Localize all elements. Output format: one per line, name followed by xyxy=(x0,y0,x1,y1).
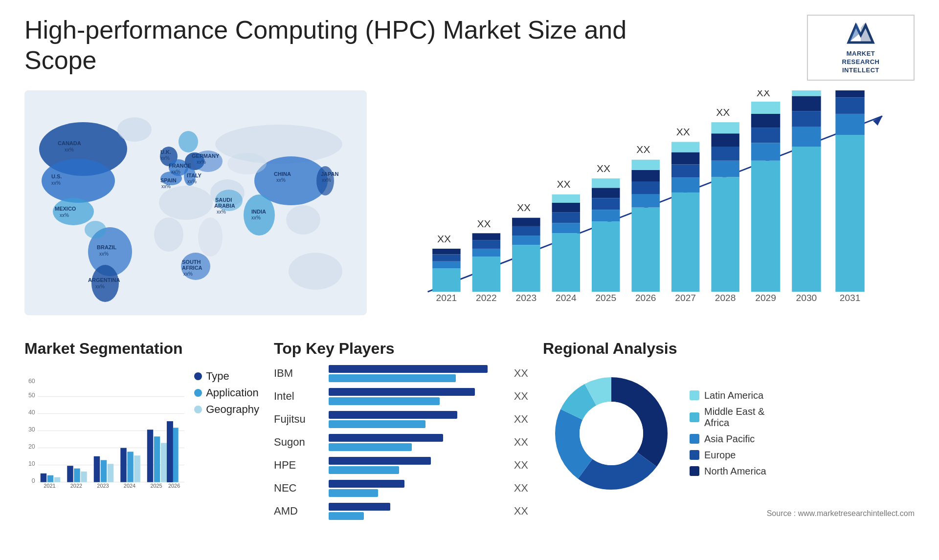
svg-text:20: 20 xyxy=(28,443,35,450)
svg-rect-52 xyxy=(592,198,620,210)
player-ibm-bar1 xyxy=(329,365,488,373)
svg-point-18 xyxy=(159,186,213,220)
player-intel: Intel XX xyxy=(274,388,528,405)
mexico-label: MEXICO xyxy=(55,206,76,212)
legend-mea-label: Middle East &Africa xyxy=(704,406,764,429)
svg-rect-46 xyxy=(552,223,581,233)
uk-label: U.K. xyxy=(160,149,171,155)
svg-rect-97 xyxy=(41,473,46,482)
svg-rect-40 xyxy=(472,233,501,240)
legend-application: Application xyxy=(194,387,259,399)
italy-val: xx% xyxy=(187,179,197,184)
bar-xx-2026: XX xyxy=(636,144,650,155)
svg-rect-57 xyxy=(631,182,659,194)
svg-rect-69 xyxy=(711,122,739,133)
germany-label: GERMANY xyxy=(192,153,220,159)
svg-rect-50 xyxy=(592,221,620,292)
svg-rect-42 xyxy=(512,236,540,245)
player-intel-bars xyxy=(329,388,505,405)
spain-val: xx% xyxy=(161,184,171,189)
svg-rect-98 xyxy=(47,475,53,482)
player-sugon-xx: XX xyxy=(514,436,528,449)
svg-rect-41 xyxy=(512,245,540,292)
svg-rect-66 xyxy=(711,160,739,177)
svg-rect-73 xyxy=(751,114,780,128)
player-ibm-xx: XX xyxy=(514,367,528,380)
svg-rect-111 xyxy=(134,455,140,482)
legend-asia-pacific: Asia Pacific xyxy=(690,433,766,445)
bar-xx-2027: XX xyxy=(676,126,690,137)
svg-point-10 xyxy=(85,221,106,238)
logo-box: MARKET RESEARCH INTELLECT xyxy=(807,15,915,81)
svg-rect-105 xyxy=(94,456,100,482)
legend-type-dot xyxy=(194,372,202,380)
player-sugon-bar2 xyxy=(329,443,412,451)
germany-val: xx% xyxy=(197,159,206,165)
player-hpe-bar2 xyxy=(329,466,399,474)
legend-mea-color xyxy=(690,412,699,422)
brazil-val: xx% xyxy=(99,251,109,257)
svg-text:2023: 2023 xyxy=(97,482,109,488)
legend-europe-color xyxy=(690,450,699,460)
india-label: INDIA xyxy=(251,209,266,215)
player-sugon: Sugon XX xyxy=(274,434,528,451)
italy-label: ITALY xyxy=(187,172,202,178)
player-nec-bars xyxy=(329,480,505,497)
bar-xx-2028: XX xyxy=(716,106,730,117)
svg-rect-39 xyxy=(472,240,501,248)
player-hpe-name: HPE xyxy=(274,459,323,472)
svg-text:0: 0 xyxy=(32,477,35,484)
logo-text: MARKET RESEARCH INTELLECT xyxy=(842,50,880,75)
svg-point-21 xyxy=(198,217,223,257)
svg-rect-119 xyxy=(167,421,172,482)
player-nec-bar1 xyxy=(329,480,404,488)
year-label-2026: 2026 xyxy=(635,293,656,303)
player-nec-name: NEC xyxy=(274,482,323,495)
legend-apac-color xyxy=(690,434,699,444)
legend-type-label: Type xyxy=(206,370,229,383)
player-fujitsu-bars xyxy=(329,411,505,428)
svg-rect-74 xyxy=(751,102,780,114)
svg-rect-113 xyxy=(147,430,153,482)
svg-point-28 xyxy=(286,205,320,235)
player-amd-bar1 xyxy=(329,503,390,511)
bar-xx-2024: XX xyxy=(557,178,570,190)
legend-geography-dot xyxy=(194,406,202,413)
svg-rect-67 xyxy=(711,147,739,161)
legend-na-label: North America xyxy=(704,466,766,477)
svg-rect-33 xyxy=(432,268,461,292)
logo-icon xyxy=(846,21,875,47)
france-val: xx% xyxy=(171,169,180,174)
legend-apac-label: Asia Pacific xyxy=(704,433,755,445)
legend-europe-label: Europe xyxy=(704,450,736,461)
world-map: CANADA xx% U.S. xx% MEXICO xx% BRAZIL xx… xyxy=(24,90,367,315)
segmentation-chart: 0 10 20 30 40 50 60 xyxy=(24,365,184,502)
key-players-section: Top Key Players IBM XX Intel xyxy=(274,340,528,526)
south-africa-label2: AFRICA xyxy=(182,265,202,271)
svg-point-7 xyxy=(117,117,152,142)
player-ibm-name: IBM xyxy=(274,367,323,380)
year-label-2027: 2027 xyxy=(675,293,696,303)
svg-rect-76 xyxy=(792,127,821,146)
svg-rect-43 xyxy=(512,226,540,236)
svg-rect-38 xyxy=(472,249,501,257)
segmentation-section: Market Segmentation 0 10 20 30 40 50 60 xyxy=(24,340,259,526)
segmentation-legend: Type Application Geography xyxy=(194,370,259,416)
regional-section: Regional Analysis xyxy=(543,340,915,526)
player-sugon-bars xyxy=(329,434,505,451)
legend-latin-america-label: Latin America xyxy=(704,390,763,401)
svg-point-9 xyxy=(91,265,119,302)
legend-geography: Geography xyxy=(194,403,259,416)
svg-rect-75 xyxy=(792,147,821,292)
svg-rect-54 xyxy=(592,178,620,188)
header: High-performance Computing (HPC) Market … xyxy=(24,15,915,81)
us-label: U.S. xyxy=(51,173,62,179)
saudi-label2: ARABIA xyxy=(214,203,235,209)
south-africa-label: SOUTH xyxy=(182,259,201,265)
saudi-val: xx% xyxy=(217,209,226,215)
svg-point-20 xyxy=(154,217,183,252)
svg-rect-107 xyxy=(108,464,113,482)
canada-val: xx% xyxy=(65,147,74,152)
svg-rect-83 xyxy=(835,90,864,97)
player-hpe-xx: XX xyxy=(514,459,528,472)
